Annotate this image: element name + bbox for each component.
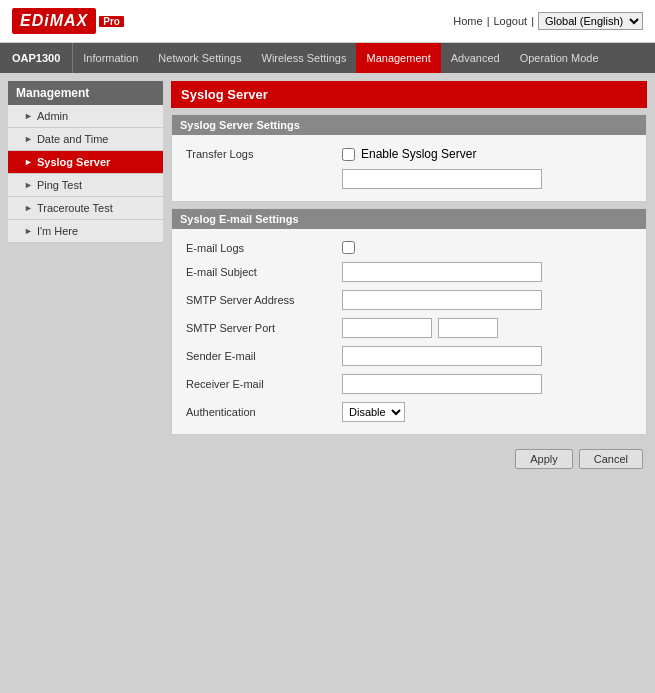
sidebar: Management ► Admin ► Date and Time ► Sys…: [8, 81, 163, 685]
sender-email-input[interactable]: [342, 346, 542, 366]
sidebar-arrow-ping: ►: [24, 180, 33, 190]
main-layout: Management ► Admin ► Date and Time ► Sys…: [0, 73, 655, 693]
logo-box: EDiMAX: [12, 8, 96, 34]
sender-email-control: [342, 346, 636, 366]
smtp-server-address-control: [342, 290, 636, 310]
syslog-server-settings-box: Syslog Server Settings Transfer Logs Ena…: [171, 114, 647, 202]
region-select[interactable]: Global (English): [538, 12, 643, 30]
syslog-settings-body: Transfer Logs Enable Syslog Server: [172, 135, 646, 201]
smtp-server-port-row: SMTP Server Port: [182, 314, 636, 342]
logo-edimax-text: EDiMAX: [20, 12, 88, 30]
transfer-logs-row: Transfer Logs Enable Syslog Server: [182, 143, 636, 165]
email-subject-control: [342, 262, 636, 282]
sidebar-label-traceroute: Traceroute Test: [37, 202, 113, 214]
smtp-server-port-input2[interactable]: [438, 318, 498, 338]
sidebar-item-admin[interactable]: ► Admin: [8, 105, 163, 128]
smtp-server-port-control: [342, 318, 636, 338]
receiver-email-control: [342, 374, 636, 394]
sender-email-row: Sender E-mail: [182, 342, 636, 370]
sidebar-arrow-imhere: ►: [24, 226, 33, 236]
nav-network-settings[interactable]: Network Settings: [148, 43, 251, 73]
sidebar-arrow-admin: ►: [24, 111, 33, 121]
nav-advanced[interactable]: Advanced: [441, 43, 510, 73]
header-separator1: |: [487, 15, 490, 27]
email-subject-label: E-mail Subject: [182, 266, 342, 278]
receiver-email-label: Receiver E-mail: [182, 378, 342, 390]
smtp-server-port-input1[interactable]: [342, 318, 432, 338]
nav-information[interactable]: Information: [73, 43, 148, 73]
nav-wireless-settings[interactable]: Wireless Settings: [252, 43, 357, 73]
authentication-select[interactable]: Disable Enable: [342, 402, 405, 422]
action-row: Apply Cancel: [171, 441, 647, 477]
logo-container: EDiMAX Pro: [12, 8, 125, 34]
sidebar-item-date-and-time[interactable]: ► Date and Time: [8, 128, 163, 151]
email-logs-label: E-mail Logs: [182, 242, 342, 254]
authentication-label: Authentication: [182, 406, 342, 418]
sidebar-item-syslog-server[interactable]: ► Syslog Server: [8, 151, 163, 174]
sidebar-label-imhere: I'm Here: [37, 225, 78, 237]
email-settings-body: E-mail Logs E-mail Subject SMTP Server A…: [172, 229, 646, 434]
content: Syslog Server Syslog Server Settings Tra…: [171, 81, 647, 685]
sidebar-label-ping: Ping Test: [37, 179, 82, 191]
email-subject-input[interactable]: [342, 262, 542, 282]
email-settings-header: Syslog E-mail Settings: [172, 209, 646, 229]
email-logs-checkbox[interactable]: [342, 241, 355, 254]
syslog-ip-row: [182, 165, 636, 193]
syslog-ip-input[interactable]: [342, 169, 542, 189]
sidebar-title: Management: [8, 81, 163, 105]
sidebar-arrow-traceroute: ►: [24, 203, 33, 213]
authentication-row: Authentication Disable Enable: [182, 398, 636, 426]
syslog-email-settings-box: Syslog E-mail Settings E-mail Logs E-mai…: [171, 208, 647, 435]
sidebar-arrow-date: ►: [24, 134, 33, 144]
transfer-logs-control: Enable Syslog Server: [342, 147, 636, 161]
logout-link[interactable]: Logout: [493, 15, 527, 27]
smtp-server-address-input[interactable]: [342, 290, 542, 310]
header-links: Home | Logout | Global (English): [453, 12, 643, 30]
logo-pro-badge: Pro: [98, 15, 125, 28]
sidebar-item-ping-test[interactable]: ► Ping Test: [8, 174, 163, 197]
smtp-server-port-label: SMTP Server Port: [182, 322, 342, 334]
smtp-server-address-row: SMTP Server Address: [182, 286, 636, 314]
sidebar-label-date: Date and Time: [37, 133, 109, 145]
header-separator2: |: [531, 15, 534, 27]
sidebar-item-im-here[interactable]: ► I'm Here: [8, 220, 163, 243]
syslog-settings-header: Syslog Server Settings: [172, 115, 646, 135]
nav-management[interactable]: Management: [356, 43, 440, 73]
email-logs-row: E-mail Logs: [182, 237, 636, 258]
enable-syslog-label: Enable Syslog Server: [361, 147, 476, 161]
sidebar-label-syslog: Syslog Server: [37, 156, 110, 168]
sidebar-arrow-syslog: ►: [24, 157, 33, 167]
email-subject-row: E-mail Subject: [182, 258, 636, 286]
transfer-logs-label: Transfer Logs: [182, 148, 342, 160]
authentication-control: Disable Enable: [342, 402, 636, 422]
nav-operation-mode[interactable]: Operation Mode: [510, 43, 609, 73]
sidebar-item-traceroute-test[interactable]: ► Traceroute Test: [8, 197, 163, 220]
navbar: OAP1300 Information Network Settings Wir…: [0, 43, 655, 73]
smtp-server-address-label: SMTP Server Address: [182, 294, 342, 306]
email-logs-control: [342, 241, 636, 254]
receiver-email-input[interactable]: [342, 374, 542, 394]
header: EDiMAX Pro Home | Logout | Global (Engli…: [0, 0, 655, 43]
page-title: Syslog Server: [171, 81, 647, 108]
sidebar-label-admin: Admin: [37, 110, 68, 122]
apply-button[interactable]: Apply: [515, 449, 573, 469]
home-link[interactable]: Home: [453, 15, 482, 27]
receiver-email-row: Receiver E-mail: [182, 370, 636, 398]
navbar-brand: OAP1300: [0, 43, 73, 73]
enable-syslog-checkbox[interactable]: [342, 148, 355, 161]
sender-email-label: Sender E-mail: [182, 350, 342, 362]
cancel-button[interactable]: Cancel: [579, 449, 643, 469]
navbar-items: Information Network Settings Wireless Se…: [73, 43, 608, 73]
syslog-ip-control: [342, 169, 636, 189]
